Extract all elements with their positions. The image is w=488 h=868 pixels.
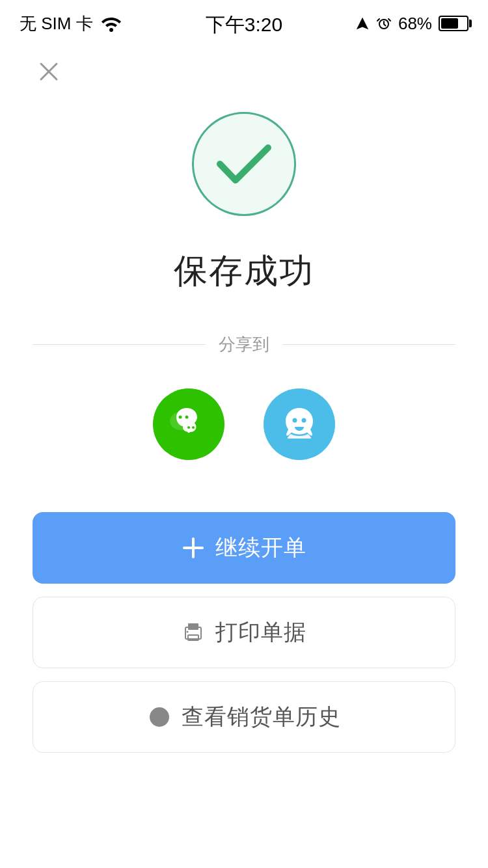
svg-point-15 bbox=[187, 631, 189, 633]
status-time: 下午3:20 bbox=[206, 12, 282, 38]
alarm-icon bbox=[376, 16, 392, 31]
svg-point-4 bbox=[179, 416, 182, 419]
status-left: 无 SIM 卡 bbox=[20, 12, 123, 35]
clock-icon bbox=[148, 705, 171, 729]
svg-point-7 bbox=[192, 426, 195, 429]
history-button[interactable]: 查看销货单历史 bbox=[33, 681, 455, 753]
plus-icon bbox=[182, 536, 205, 560]
share-qq-button[interactable] bbox=[264, 388, 335, 460]
status-bar: 无 SIM 卡 下午3:20 68% bbox=[0, 0, 488, 47]
location-icon bbox=[355, 16, 370, 31]
carrier-text: 无 SIM 卡 bbox=[20, 12, 93, 35]
print-button[interactable]: 打印单据 bbox=[33, 597, 455, 668]
wechat-icon bbox=[167, 403, 210, 446]
svg-point-5 bbox=[185, 416, 189, 419]
wifi-icon bbox=[100, 15, 123, 32]
action-buttons: 继续开单 打印单据 查看销货单历史 bbox=[33, 512, 455, 753]
share-divider: 分享到 bbox=[33, 333, 455, 356]
status-right: 68% bbox=[355, 14, 468, 34]
qq-icon bbox=[278, 403, 321, 446]
print-icon bbox=[182, 621, 205, 644]
success-title: 保存成功 bbox=[174, 249, 314, 294]
success-circle bbox=[192, 112, 296, 216]
share-wechat-button[interactable] bbox=[153, 388, 224, 460]
print-label: 打印单据 bbox=[215, 617, 306, 647]
svg-rect-13 bbox=[188, 623, 198, 630]
main-content: 保存成功 分享到 bbox=[0, 47, 488, 753]
svg-point-8 bbox=[293, 418, 297, 423]
svg-point-6 bbox=[187, 426, 190, 429]
continue-order-button[interactable]: 继续开单 bbox=[33, 512, 455, 584]
history-label: 查看销货单历史 bbox=[182, 702, 341, 732]
svg-point-9 bbox=[302, 418, 306, 423]
checkmark-icon bbox=[215, 141, 273, 187]
battery-icon bbox=[439, 16, 468, 31]
battery-percentage: 68% bbox=[398, 14, 432, 34]
divider-line-left bbox=[33, 344, 206, 345]
close-button[interactable] bbox=[33, 55, 65, 88]
battery-fill bbox=[441, 18, 458, 29]
divider-line-right bbox=[282, 344, 455, 345]
continue-order-label: 继续开单 bbox=[215, 533, 306, 563]
share-icons-row bbox=[153, 388, 335, 460]
share-label: 分享到 bbox=[219, 333, 269, 356]
